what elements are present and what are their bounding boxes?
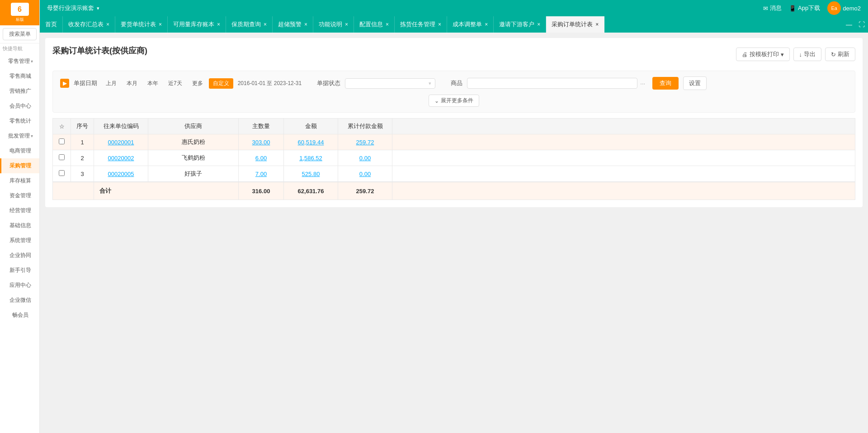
goods-more-icon[interactable]: ··· (637, 80, 648, 87)
sidebar-item-batch-mgmt[interactable]: 批发管理 ▾ (0, 128, 39, 143)
sidebar-item-retail-mgmt[interactable]: 零售管理 ▾ (0, 54, 39, 69)
tab-overstock[interactable]: 超储预警 × (273, 16, 313, 33)
tab-pick-task[interactable]: 拣货任务管理 × (395, 16, 447, 33)
row-checkbox[interactable] (59, 138, 65, 144)
expand-more-filters-button[interactable]: ⌄ 展开更多条件 (429, 95, 479, 107)
goods-input[interactable] (467, 78, 637, 89)
tab-recv-send[interactable]: 收发存汇总表 × (63, 16, 115, 33)
search-menu-button[interactable]: 搜索菜单 (3, 28, 37, 40)
sidebar-item-ecomm-mgmt[interactable]: 电商管理 (0, 143, 39, 158)
avatar-text: Ea (831, 5, 837, 11)
col-paid-header: 累计付款金额 (338, 119, 392, 134)
tab-label: 功能说明 (319, 20, 342, 29)
chevron-down-icon: ▾ (429, 81, 431, 86)
tab-goods-stats[interactable]: 要货单统计表 × (115, 16, 168, 33)
close-icon[interactable]: × (386, 21, 389, 28)
tab-purchase-stats[interactable]: 采购订单统计表 × (546, 16, 604, 33)
status-dropdown[interactable]: ▾ (345, 78, 435, 89)
tab-avail-inv[interactable]: 可用量库存账本 × (168, 16, 226, 33)
date-tab-last7[interactable]: 近7天 (164, 78, 186, 89)
close-icon[interactable]: × (304, 21, 307, 28)
app-download-btn[interactable]: 📱 App下载 (789, 4, 820, 12)
print-label: 按模板打印 (750, 50, 779, 58)
close-icon[interactable]: × (537, 21, 540, 28)
cell-code[interactable]: 00020001 (94, 134, 148, 150)
close-icon[interactable]: × (159, 21, 162, 28)
tab-func-desc[interactable]: 功能说明 × (313, 16, 354, 33)
date-tab-more[interactable]: 更多 (188, 78, 207, 89)
tab-config-info[interactable]: 配置信息 × (354, 16, 395, 33)
export-button[interactable]: ↓ 导出 (793, 48, 822, 61)
tab-home[interactable]: 首页 (40, 16, 63, 33)
print-button[interactable]: 🖨 按模板打印 ▾ (736, 48, 790, 61)
cell-amount[interactable]: 60,519.44 (284, 134, 338, 150)
sidebar-item-ops-mgmt[interactable]: 经营管理 (0, 203, 39, 218)
tab-cost-adj[interactable]: 成本调整单 × (447, 16, 494, 33)
cell-code[interactable]: 00020005 (94, 166, 148, 182)
chevron-down-icon: ▾ (31, 133, 33, 138)
sidebar-item-enterprise-wechat[interactable]: 企业微信 (0, 293, 39, 308)
cell-amount[interactable]: 525.80 (284, 166, 338, 182)
sidebar-item-marketing[interactable]: 营销推广 (0, 84, 39, 99)
date-tab-this-month[interactable]: 本月 (123, 78, 142, 89)
row-checkbox[interactable] (59, 170, 65, 176)
user-profile-btn[interactable]: Ea demo2 (827, 1, 861, 15)
account-dropdown[interactable]: 母婴行业演示账套 ▾ (47, 4, 99, 12)
sidebar-item-retail-mall[interactable]: 零售商城 (0, 69, 39, 84)
sidebar-item-enterprise[interactable]: 企业协同 (0, 248, 39, 263)
sidebar-item-app-center[interactable]: 应用中心 (0, 278, 39, 293)
tab-invite-downstream[interactable]: 邀请下游客户 × (494, 16, 546, 33)
cell-paid[interactable]: 0.00 (338, 150, 392, 166)
main-area: 母婴行业演示账套 ▾ ✉ 消息 📱 App下载 Ea demo2 首页 (40, 0, 868, 433)
cell-check[interactable] (53, 150, 71, 166)
close-icon[interactable]: × (264, 21, 267, 28)
cell-paid[interactable]: 0.00 (338, 166, 392, 182)
sidebar-item-finance[interactable]: 资金管理 (0, 188, 39, 203)
close-icon[interactable]: × (485, 21, 488, 28)
sidebar-item-inventory[interactable]: 库存核算 (0, 173, 39, 188)
col-no-header: 序号 (71, 119, 94, 134)
cell-paid[interactable]: 259.72 (338, 134, 392, 150)
message-btn[interactable]: ✉ 消息 (763, 4, 782, 12)
close-icon[interactable]: × (345, 21, 348, 28)
query-button[interactable]: 查询 (652, 77, 679, 90)
close-icon[interactable]: × (438, 21, 441, 28)
goods-label: 商品 (451, 79, 462, 87)
date-tab-this-year[interactable]: 本年 (143, 78, 162, 89)
mobile-icon: 📱 (789, 5, 796, 12)
close-icon[interactable]: × (595, 21, 599, 28)
cell-code[interactable]: 00020002 (94, 150, 148, 166)
tab-label: 采购订单统计表 (552, 20, 593, 29)
cell-amount[interactable]: 1,586.52 (284, 150, 338, 166)
date-tab-last-month[interactable]: 上月 (102, 78, 121, 89)
date-tab-custom[interactable]: 自定义 (209, 78, 233, 89)
sidebar-item-sys-mgmt[interactable]: 系统管理 (0, 233, 39, 248)
row-checkbox[interactable] (59, 154, 65, 160)
close-icon[interactable]: × (106, 21, 109, 28)
sidebar-item-new-guide[interactable]: 新手引导 (0, 263, 39, 278)
refresh-button[interactable]: ↻ 刷新 (825, 48, 855, 61)
sidebar-item-basic-info[interactable]: 基础信息 (0, 218, 39, 233)
status-label: 单据状态 (317, 79, 340, 87)
tab-warranty[interactable]: 保质期查询 × (226, 16, 273, 33)
cell-check[interactable] (53, 166, 71, 182)
logo-text: 标版 (16, 17, 24, 23)
close-icon[interactable]: × (217, 21, 220, 28)
cell-qty[interactable]: 303.00 (239, 134, 284, 150)
tab-minimize-btn[interactable]: — (843, 18, 855, 31)
sidebar-item-member[interactable]: 畅会员 (0, 308, 39, 323)
cell-check[interactable] (53, 134, 71, 150)
tab-maximize-btn[interactable]: ⛶ (855, 18, 868, 31)
cell-qty[interactable]: 7.00 (239, 166, 284, 182)
sidebar-item-member-center[interactable]: 会员中心 (0, 99, 39, 114)
settings-button[interactable]: 设置 (683, 76, 707, 90)
col-check-header: ☆ (53, 119, 71, 134)
table-header-row: ☆ 序号 往来单位编码 供应商 主数量 金额 累计付款金额 (53, 119, 855, 134)
sidebar-item-purchase-mgmt[interactable]: 采购管理 (0, 158, 39, 173)
sidebar-item-retail-stats[interactable]: 零售统计 (0, 114, 39, 128)
expand-filter-button[interactable]: ▶ (60, 79, 69, 88)
footer-qty: 316.00 (239, 182, 284, 200)
quick-nav-label: 快捷导航 (0, 43, 39, 54)
cell-qty[interactable]: 6.00 (239, 150, 284, 166)
page-card: 采购订单统计表(按供应商) 🖨 按模板打印 ▾ ↓ 导出 ↻ 刷新 (45, 38, 863, 207)
